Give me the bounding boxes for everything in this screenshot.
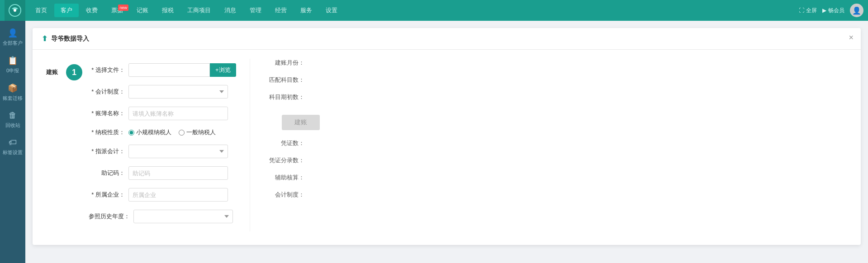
nav-home[interactable]: 首页 bbox=[29, 4, 53, 17]
sidebar-item-migrate[interactable]: 📦 账套迁移 bbox=[0, 80, 25, 105]
avatar-icon: 👤 bbox=[852, 6, 861, 15]
user-avatar[interactable]: 👤 bbox=[850, 4, 863, 17]
tax-general-radio[interactable]: 一般纳税人 bbox=[179, 128, 216, 136]
migrate-icon: 📦 bbox=[8, 83, 18, 93]
file-label: * 选择文件： bbox=[89, 66, 125, 74]
establish-button[interactable]: 建账 bbox=[282, 115, 320, 130]
info-voucher-records-label: 凭证分录数： bbox=[264, 156, 304, 164]
nav-invoice[interactable]: 票据 new bbox=[105, 4, 129, 17]
step-circle: 1 bbox=[66, 64, 82, 80]
ledger-label: * 账簿名称： bbox=[89, 109, 125, 117]
tax-label: * 纳税性质： bbox=[89, 128, 125, 136]
company-label: * 所属企业： bbox=[89, 191, 125, 199]
main-content: ⬆ 导爷数据导入 × 建账 1 bbox=[25, 21, 868, 263]
info-period-row: 科目期初数： bbox=[264, 93, 861, 101]
nav-manage[interactable]: 管理 bbox=[243, 4, 268, 17]
accountant-label: * 指派会计： bbox=[89, 147, 125, 155]
memo-row: 助记码： bbox=[89, 166, 236, 180]
zero-declare-icon: 📋 bbox=[8, 56, 18, 66]
ledger-input[interactable] bbox=[128, 107, 228, 120]
top-navigation: 首页 客户 收费 票据 new 记账 报税 工商项目 消息 管理 经营 服务 设… bbox=[0, 0, 868, 21]
import-icon: ⬆ bbox=[42, 34, 47, 43]
sidebar-item-tags[interactable]: 🏷 标签设置 bbox=[0, 134, 25, 160]
nav-menu: 首页 客户 收费 票据 new 记账 报税 工商项目 消息 管理 经营 服务 设… bbox=[29, 4, 799, 17]
sidebar-item-recycle[interactable]: 🗑 回收站 bbox=[0, 107, 25, 132]
info-month-row: 建账月份： bbox=[264, 59, 861, 67]
nav-charge[interactable]: 收费 bbox=[80, 4, 104, 17]
tax-small-radio[interactable]: 小规模纳税人 bbox=[128, 128, 171, 136]
info-accounting-system-label: 会计制度： bbox=[264, 191, 304, 199]
nav-client[interactable]: 客户 bbox=[54, 4, 79, 17]
company-input[interactable] bbox=[128, 188, 228, 202]
nav-settings[interactable]: 设置 bbox=[319, 4, 344, 17]
sidebar-item-zero-declare[interactable]: 📋 0申报 bbox=[0, 52, 25, 78]
ledger-row: * 账簿名称： bbox=[89, 107, 236, 120]
info-voucher-row: 凭证数： bbox=[264, 139, 861, 147]
panel-body: 建账 1 * 选择文件： bbox=[33, 50, 861, 245]
svg-point-1 bbox=[14, 9, 16, 12]
memo-label: 助记码： bbox=[89, 169, 125, 177]
form-area: * 选择文件： +浏览 * 会计制度： bbox=[89, 63, 245, 231]
history-select[interactable] bbox=[133, 210, 233, 223]
nav-tax[interactable]: 报税 bbox=[156, 4, 180, 17]
nav-business[interactable]: 工商项目 bbox=[181, 4, 217, 17]
vip-icon: ▶ bbox=[822, 7, 826, 14]
accounting-select[interactable] bbox=[128, 85, 228, 99]
browse-button[interactable]: +浏览 bbox=[210, 63, 236, 77]
info-match-row: 匹配科目数： bbox=[264, 76, 861, 84]
info-auxiliary-row: 辅助核算： bbox=[264, 174, 861, 182]
accounting-row: * 会计制度： bbox=[89, 85, 236, 99]
import-panel: ⬆ 导爷数据导入 × 建账 1 bbox=[33, 28, 861, 245]
sidebar-item-all-clients[interactable]: 👤 全部客户 bbox=[0, 24, 25, 50]
accountant-row: * 指派会计： bbox=[89, 145, 236, 158]
app-logo bbox=[5, 0, 25, 21]
step-label: 建账 bbox=[46, 68, 58, 76]
file-input[interactable] bbox=[128, 63, 210, 77]
nav-bookkeeping[interactable]: 记账 bbox=[130, 4, 155, 17]
logo-icon bbox=[9, 4, 21, 17]
history-row: 参照历史年度： bbox=[89, 210, 236, 223]
info-match-label: 匹配科目数： bbox=[264, 76, 304, 84]
nav-service[interactable]: 服务 bbox=[294, 4, 318, 17]
accountant-select[interactable] bbox=[128, 145, 228, 158]
main-layout: 👤 全部客户 📋 0申报 📦 账套迁移 🗑 回收站 🏷 标签设置 ⬆ 导爷数据导… bbox=[0, 21, 868, 263]
info-auxiliary-label: 辅助核算： bbox=[264, 174, 304, 182]
info-month-label: 建账月份： bbox=[264, 59, 304, 67]
panel-header: ⬆ 导爷数据导入 × bbox=[33, 28, 861, 50]
memo-input[interactable] bbox=[128, 166, 228, 180]
info-area: 建账月份： 匹配科目数： 科目期初数： 建账 bbox=[250, 59, 861, 231]
info-voucher-label: 凭证数： bbox=[264, 139, 304, 147]
file-input-wrapper: +浏览 bbox=[128, 63, 236, 77]
fullscreen-icon: ⛶ bbox=[799, 7, 804, 14]
vip-button[interactable]: ▶ 畅会员 bbox=[822, 7, 844, 14]
info-voucher-records-row: 凭证分录数： bbox=[264, 156, 861, 164]
sidebar: 👤 全部客户 📋 0申报 📦 账套迁移 🗑 回收站 🏷 标签设置 bbox=[0, 21, 25, 263]
info-period-label: 科目期初数： bbox=[264, 93, 304, 101]
company-row: * 所属企业： bbox=[89, 188, 236, 202]
accounting-label: * 会计制度： bbox=[89, 88, 125, 96]
tags-icon: 🏷 bbox=[9, 138, 17, 147]
tax-radio-group: 小规模纳税人 一般纳税人 bbox=[128, 128, 216, 136]
tax-row: * 纳税性质： 小规模纳税人 一般纳税人 bbox=[89, 128, 236, 136]
nav-right-area: ⛶ 全屏 ▶ 畅会员 👤 bbox=[799, 4, 863, 17]
all-clients-icon: 👤 bbox=[8, 28, 18, 38]
info-accounting-system-row: 会计制度： bbox=[264, 191, 861, 199]
recycle-icon: 🗑 bbox=[9, 111, 17, 120]
new-badge: new bbox=[118, 5, 128, 11]
close-button[interactable]: × bbox=[849, 33, 854, 42]
file-row: * 选择文件： +浏览 bbox=[89, 63, 236, 77]
nav-operation[interactable]: 经营 bbox=[269, 4, 293, 17]
fullscreen-button[interactable]: ⛶ 全屏 bbox=[799, 7, 817, 14]
history-label: 参照历史年度： bbox=[89, 212, 130, 221]
panel-title: 导爷数据导入 bbox=[51, 35, 89, 43]
nav-message[interactable]: 消息 bbox=[218, 4, 242, 17]
